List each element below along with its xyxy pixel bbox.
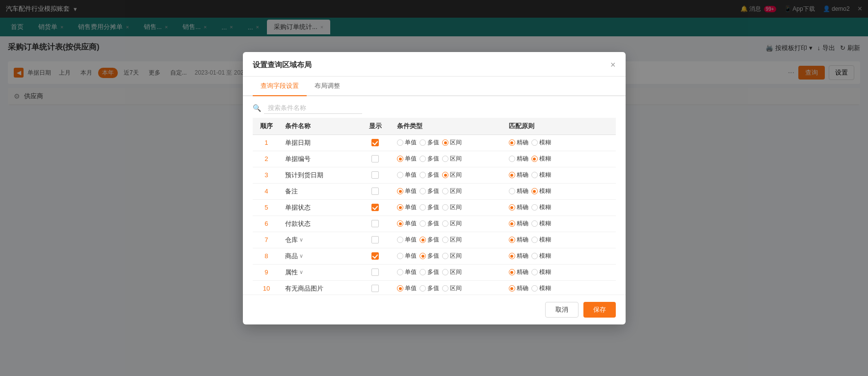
- settings-dialog: 设置查询区域布局 × 查询字段设置 布局调整 🔍 顺序: [243, 52, 626, 111]
- dialog-tabs: 查询字段设置 布局调整: [243, 77, 626, 96]
- search-icon: 🔍: [253, 104, 261, 111]
- modal-overlay: 设置查询区域布局 × 查询字段设置 布局调整 🔍 顺序: [0, 0, 868, 111]
- search-input[interactable]: [264, 102, 362, 111]
- dialog-search-area: 🔍: [243, 96, 626, 111]
- dialog-tab-layout[interactable]: 布局调整: [307, 77, 348, 96]
- dialog-title: 设置查询区域布局: [253, 60, 312, 76]
- dialog-close-button[interactable]: ×: [610, 60, 616, 76]
- dialog-tab-query-fields[interactable]: 查询字段设置: [253, 77, 307, 96]
- dialog-header: 设置查询区域布局 ×: [243, 52, 626, 77]
